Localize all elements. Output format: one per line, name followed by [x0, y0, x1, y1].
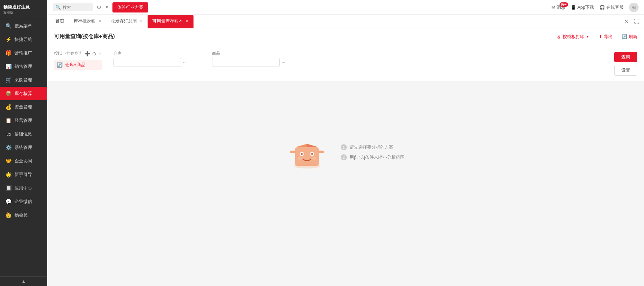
- page-header-actions: 🖨 按模板打印 ▼ | ⬆ 导出 | 🔄 刷新: [557, 34, 637, 40]
- tabs-bar: 首页 库存批次账 ✕ 收发存汇总表 ✕ 可用量库存账本 ✕ ✕ ⛶: [47, 15, 644, 28]
- tip-text-1: 请先选择要分析的方案: [350, 144, 393, 150]
- print-label: 按模板打印: [563, 34, 585, 40]
- message-icon: ✉: [551, 5, 555, 10]
- tab-label: 收发存汇总表: [111, 18, 137, 24]
- app-download-label: App下载: [577, 4, 594, 10]
- sidebar-item-label: 快捷导航: [15, 36, 32, 43]
- tab-receipt-summary[interactable]: 收发存汇总表 ✕: [106, 15, 148, 28]
- refresh-btn[interactable]: 🔄 刷新: [622, 34, 637, 40]
- tab-batch-account[interactable]: 库存批次账 ✕: [69, 15, 106, 28]
- svg-marker-2: [295, 144, 307, 147]
- tip-num-2: 2: [341, 154, 347, 160]
- sidebar-item-label: 搜索菜单: [15, 23, 32, 29]
- tab-label: 库存批次账: [74, 18, 96, 24]
- notification-btn[interactable]: ✉ 消息 99+: [551, 4, 565, 10]
- collapse-scheme-icon[interactable]: «: [98, 51, 101, 56]
- notification-badge: 99+: [560, 2, 568, 7]
- print-icon: 🖨: [557, 34, 561, 39]
- warehouse-label: 仓库: [113, 51, 208, 56]
- sidebar-item-marketing[interactable]: 🎁 营销推广: [0, 46, 47, 60]
- app-center-icon: 🔲: [5, 185, 12, 191]
- online-service-label: 在线客服: [606, 4, 624, 10]
- scheme-item-label: 仓库+商品: [65, 62, 85, 68]
- divider: |: [593, 34, 594, 39]
- operations-icon: 📋: [5, 118, 12, 124]
- scheme-header-label: 按以下方案查询: [54, 51, 82, 56]
- sidebar-item-purchase[interactable]: 🛒 采购管理: [0, 73, 47, 87]
- gear-icon[interactable]: ⚙: [97, 4, 101, 10]
- svg-rect-6: [301, 153, 303, 155]
- print-btn[interactable]: 🖨 按模板打印 ▼: [557, 34, 589, 40]
- main-area: 🔍 ⚙ ▼ 体验行业方案 ✉ 消息 99+ 📱 App下载 🎧 在线客服 Rit: [47, 0, 644, 286]
- scheme-refresh-icon: 🔄: [57, 62, 62, 68]
- purchase-icon: 🛒: [5, 77, 12, 83]
- scheme-item-warehouse-product[interactable]: 🔄 仓库+商品: [54, 60, 102, 70]
- warehouse-input-row: ···: [113, 58, 208, 67]
- sidebar-item-basic[interactable]: 🗂 基础信息: [0, 127, 47, 141]
- close-icon[interactable]: ✕: [140, 19, 143, 23]
- sidebar-item-label: 应用中心: [15, 185, 32, 191]
- filter-area: 按以下方案查询 ➕ ⊙ « 🔄 仓库+商品 仓库 ···: [47, 45, 644, 81]
- expand-icon[interactable]: ⛶: [633, 17, 641, 26]
- member-icon: 👑: [5, 212, 12, 218]
- product-more-btn[interactable]: ···: [282, 60, 285, 65]
- sidebar-item-system[interactable]: ⚙️ 系统管理: [0, 141, 47, 154]
- filter-fields: 仓库 ··· 商品 ···: [113, 51, 609, 67]
- avatar[interactable]: Rit: [629, 3, 639, 12]
- tab-home[interactable]: 首页: [51, 15, 69, 28]
- empty-tips: 1 请先选择要分析的方案 2 用[过滤]条件来缩小分析范围: [341, 144, 405, 160]
- sidebar-item-cooperation[interactable]: 🤝 企业协同: [0, 154, 47, 168]
- svg-rect-1: [295, 147, 319, 166]
- filter-scheme-header: 按以下方案查询 ➕ ⊙ «: [54, 51, 102, 56]
- sidebar-item-app-center[interactable]: 🔲 应用中心: [0, 181, 47, 195]
- add-scheme-icon[interactable]: ➕: [84, 51, 90, 56]
- online-service-btn[interactable]: 🎧 在线客服: [599, 4, 624, 10]
- industry-btn[interactable]: 体验行业方案: [112, 2, 148, 12]
- warehouse-input[interactable]: [113, 58, 181, 67]
- close-tab-icon[interactable]: ✕: [623, 17, 630, 26]
- finance-icon: 💰: [5, 104, 12, 110]
- sidebar-collapse[interactable]: ▲: [0, 276, 47, 286]
- settings-button[interactable]: 设置: [614, 65, 637, 76]
- sidebar-item-label: 经营管理: [15, 118, 32, 124]
- inventory-icon: 📦: [5, 90, 12, 97]
- sidebar-item-guide[interactable]: 🌟 新手引导: [0, 168, 47, 181]
- svg-point-11: [312, 157, 316, 160]
- sidebar-item-wechat[interactable]: 💬 企业微信: [0, 195, 47, 208]
- sidebar-item-label: 库存核算: [15, 90, 32, 97]
- sidebar-item-label: 新手引导: [15, 172, 32, 178]
- sidebar-item-label: 资金管理: [15, 104, 32, 110]
- collapse-btn[interactable]: ▲: [21, 279, 26, 284]
- print-dropdown-icon[interactable]: ▼: [586, 35, 589, 38]
- filter-field-product: 商品 ···: [212, 51, 307, 67]
- sidebar-item-search[interactable]: 🔍 搜索菜单: [0, 19, 47, 33]
- sidebar-item-sales[interactable]: 📊 销售管理: [0, 60, 47, 73]
- sidebar-item-quick-nav[interactable]: ⚡ 快捷导航: [0, 33, 47, 46]
- tab-available-ledger[interactable]: 可用量库存账本 ✕: [148, 15, 194, 28]
- sidebar-item-label: 企业协同: [15, 158, 32, 164]
- product-input[interactable]: [212, 58, 280, 67]
- filter-field-warehouse: 仓库 ···: [113, 51, 208, 67]
- phone-icon: 📱: [571, 5, 576, 10]
- export-btn[interactable]: ⬆ 导出: [599, 34, 613, 40]
- app-download-btn[interactable]: 📱 App下载: [571, 4, 594, 10]
- sidebar-item-inventory[interactable]: 📦 库存核算: [0, 87, 47, 100]
- close-icon[interactable]: ✕: [186, 19, 189, 23]
- tip-text-2: 用[过滤]条件来缩小分析范围: [350, 154, 405, 160]
- svg-rect-9: [318, 151, 324, 153]
- chevron-down-icon[interactable]: ▼: [105, 5, 109, 10]
- tip-num-1: 1: [341, 144, 347, 150]
- close-icon[interactable]: ✕: [98, 19, 101, 23]
- sidebar-item-operations[interactable]: 📋 经营管理: [0, 114, 47, 127]
- header-right: ✉ 消息 99+ 📱 App下载 🎧 在线客服 Rit: [551, 3, 639, 12]
- page-content: 可用量查询(按仓库+商品) 🖨 按模板打印 ▼ | ⬆ 导出 | 🔄 刷新: [47, 28, 644, 286]
- header-search-box[interactable]: 🔍: [53, 3, 93, 11]
- query-button[interactable]: 查询: [614, 52, 637, 62]
- warehouse-more-btn[interactable]: ···: [183, 60, 187, 65]
- basic-icon: 🗂: [5, 131, 11, 137]
- empty-state: 1 请先选择要分析的方案 2 用[过滤]条件来缩小分析范围: [47, 81, 644, 223]
- sidebar-item-member[interactable]: 👑 畅会员: [0, 208, 47, 222]
- settings-scheme-icon[interactable]: ⊙: [92, 51, 96, 56]
- header-search-input[interactable]: [63, 5, 90, 10]
- sidebar-item-finance[interactable]: 💰 资金管理: [0, 100, 47, 114]
